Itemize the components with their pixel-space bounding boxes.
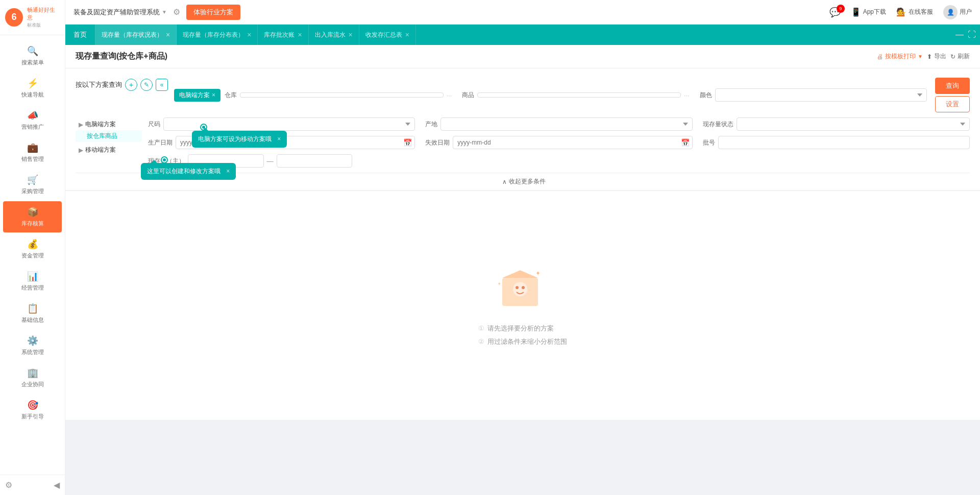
stock-status-select[interactable] — [737, 117, 970, 131]
edit-scheme-button[interactable]: ✎ — [140, 79, 153, 91]
tab-in-out-flow[interactable]: 出入库流水 × — [309, 25, 359, 45]
mobile-scheme-group[interactable]: ▶ 移动端方案 — [76, 144, 142, 156]
sidebar-item-basic-info[interactable]: 📋 基础信息 — [3, 298, 62, 329]
tab-close-icon[interactable]: × — [405, 31, 409, 39]
goods-dots[interactable]: ··· — [684, 91, 690, 99]
online-service[interactable]: 💁 在线客服 — [896, 7, 933, 17]
tabs-end: — ⛶ — [955, 30, 980, 39]
tab-minimize-icon[interactable]: — — [955, 30, 964, 39]
tab-close-icon[interactable]: × — [349, 31, 353, 39]
expiry-date-input[interactable] — [453, 136, 692, 149]
header-right: 💬 9 📱 App下载 💁 在线客服 👤 用户 — [829, 5, 972, 19]
sidebar-item-label: 系统管理 — [21, 348, 44, 356]
tab-receive-send-summary[interactable]: 收发存汇总表 × — [359, 25, 416, 45]
export-button[interactable]: ⬆ 导出 — [927, 52, 946, 61]
sidebar-bottom: ⚙ ◀ — [0, 475, 65, 495]
system-name-dropdown[interactable]: 装备及固定资产辅助管理系统 ▼ — [74, 8, 167, 17]
scheme-tag-close-icon[interactable]: × — [212, 91, 215, 99]
batch-input[interactable] — [718, 136, 970, 149]
avatar: 👤 — [943, 5, 958, 19]
settings-gear-icon[interactable]: ⚙ — [173, 7, 180, 17]
back-button[interactable]: « — [156, 79, 168, 91]
refresh-button[interactable]: ↻ 刷新 — [950, 52, 970, 61]
main-content: 现存量查询(按仓库+商品) 🖨 按模板打印 ▼ ⬆ 导出 ↻ 刷新 按以下方案查… — [65, 45, 980, 495]
user-area[interactable]: 👤 用户 — [943, 5, 972, 19]
tab-close-icon[interactable]: × — [166, 31, 170, 39]
color-label: 颜色 — [700, 91, 712, 100]
scheme-tag-label: 电脑端方案 — [179, 91, 210, 100]
scheme-tag[interactable]: 电脑端方案 × — [174, 89, 220, 102]
svg-text:✦: ✦ — [535, 270, 541, 277]
sidebar-item-label: 搜索菜单 — [21, 59, 44, 66]
sidebar-item-label: 快速导航 — [21, 91, 44, 99]
sidebar-item-operations[interactable]: 📊 经营管理 — [3, 266, 62, 297]
edit-scheme-tooltip-close[interactable]: × — [226, 168, 230, 175]
svg-point-3 — [522, 286, 525, 289]
sidebar-item-quick-nav[interactable]: ⚡ 快速导航 — [3, 73, 62, 104]
tab-inventory-distribution[interactable]: 现存量（库存分布表） × — [177, 25, 258, 45]
settings-icon[interactable]: ⚙ — [5, 480, 12, 490]
add-scheme-button[interactable]: + — [125, 79, 137, 91]
scheme-tooltip-popup: 电脑方案可设为移动方案哦 × — [192, 131, 287, 148]
expiry-date-calendar-icon[interactable]: 📅 — [681, 138, 690, 147]
produce-date-calendar-icon[interactable]: 📅 — [403, 138, 412, 147]
refresh-icon: ↻ — [950, 53, 955, 60]
scheme-list: ▶ 电脑端方案 按仓库商品 ▶ 移动端方案 — [76, 117, 142, 168]
quick-nav-icon: ⚡ — [27, 78, 38, 89]
print-icon: 🖨 — [877, 53, 883, 60]
desktop-scheme-item-0[interactable]: 按仓库商品 — [76, 130, 142, 142]
expiry-date-wrap: 📅 — [453, 136, 692, 149]
sidebar: 6 畅通好好生意 标准版 🔍 搜索菜单 ⚡ 快速导航 📣 营销推广 💼 销售管理… — [0, 0, 65, 495]
page-title: 现存量查询(按仓库+商品) — [76, 51, 167, 62]
experience-button[interactable]: 体验行业方案 — [186, 5, 240, 20]
tab-close-icon[interactable]: × — [247, 31, 251, 39]
tab-close-icon[interactable]: × — [298, 31, 302, 39]
tab-home[interactable]: 首页 — [65, 25, 95, 45]
sidebar-item-marketing[interactable]: 📣 营销推广 — [3, 105, 62, 136]
basic-info-icon: 📋 — [27, 303, 38, 314]
tab-maximize-icon[interactable]: ⛶ — [968, 30, 976, 39]
enterprise-icon: 🏢 — [27, 367, 38, 379]
phone-icon: 📱 — [851, 7, 861, 17]
mobile-scheme-arrow: ▶ — [79, 147, 83, 154]
desktop-scheme-group[interactable]: ▶ 电脑端方案 — [76, 119, 142, 130]
tab-inventory-batch[interactable]: 库存批次账 × — [258, 25, 308, 45]
desktop-scheme-arrow: ▶ — [79, 121, 83, 128]
origin-label: 产地 — [425, 120, 437, 129]
sales-icon: 💼 — [27, 142, 38, 153]
tip-num-1: ① — [478, 322, 484, 335]
color-select[interactable] — [715, 88, 927, 102]
sidebar-item-label: 资金管理 — [21, 252, 44, 260]
sidebar-item-search-menu[interactable]: 🔍 搜索菜单 — [3, 40, 62, 72]
query-button[interactable]: 查询 — [935, 78, 970, 94]
svg-text:✦: ✦ — [497, 281, 501, 287]
goods-input[interactable] — [477, 92, 680, 98]
print-button[interactable]: 🖨 按模板打印 ▼ — [877, 52, 923, 61]
page-header: 现存量查询(按仓库+商品) 🖨 按模板打印 ▼ ⬆ 导出 ↻ 刷新 — [65, 45, 980, 68]
notification-area[interactable]: 💬 9 — [829, 7, 841, 18]
sidebar-item-sales[interactable]: 💼 销售管理 — [3, 137, 62, 168]
stock-main-to-input[interactable] — [277, 154, 353, 168]
dropdown-arrow-icon: ▼ — [162, 9, 167, 15]
sidebar-item-enterprise[interactable]: 🏢 企业协同 — [3, 362, 62, 393]
sidebar-item-system[interactable]: ⚙️ 系统管理 — [3, 330, 62, 361]
sidebar-item-inventory[interactable]: 📦 库存核算 — [3, 201, 62, 232]
sidebar-item-guide[interactable]: 🎯 新手引导 — [3, 394, 62, 426]
stock-status-label: 现存量状态 — [703, 120, 733, 129]
warehouse-dots[interactable]: ··· — [447, 91, 452, 99]
system-name: 装备及固定资产辅助管理系统 — [74, 8, 160, 17]
origin-select[interactable] — [440, 117, 692, 131]
sidebar-item-purchase[interactable]: 🛒 采购管理 — [3, 169, 62, 200]
expiry-date-label: 失效日期 — [425, 138, 450, 147]
logo-area: 6 畅通好好生意 标准版 — [0, 0, 65, 35]
tab-inventory-status[interactable]: 现存量（库存状况表） × — [95, 25, 177, 45]
app-download[interactable]: 📱 App下载 — [851, 7, 886, 17]
print-dropdown-icon: ▼ — [918, 54, 923, 59]
sidebar-item-finance[interactable]: 💰 资金管理 — [3, 233, 62, 265]
collapse-sidebar-icon[interactable]: ◀ — [54, 480, 60, 490]
scheme-tooltip-close[interactable]: × — [277, 135, 281, 143]
warehouse-input[interactable] — [240, 92, 443, 98]
sidebar-item-label: 库存核算 — [21, 220, 44, 227]
reset-button[interactable]: 设置 — [935, 96, 970, 112]
search-menu-icon: 🔍 — [27, 45, 38, 57]
